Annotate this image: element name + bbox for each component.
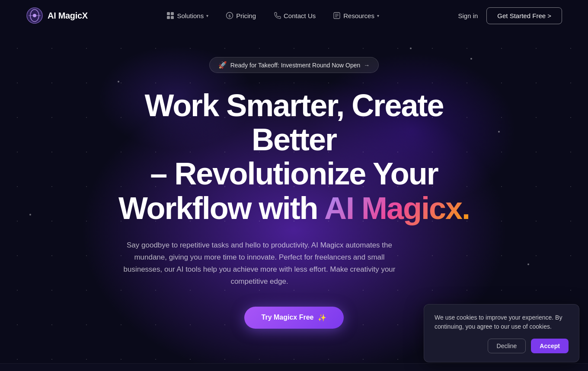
signin-link[interactable]: Sign in bbox=[458, 12, 478, 19]
svg-text:$: $ bbox=[229, 14, 231, 18]
nav-item-resources[interactable]: Resources ▾ bbox=[325, 8, 387, 23]
sparkle-icon: ✨ bbox=[318, 314, 326, 322]
hero-title-line3-plain: Workflow with bbox=[118, 191, 324, 225]
logo-text: AI MagicX bbox=[48, 11, 88, 21]
resources-icon bbox=[333, 12, 341, 19]
hero-content: 🚀 Ready for Takeoff: Investment Round No… bbox=[117, 57, 471, 329]
logo[interactable]: AI MagicX bbox=[26, 7, 88, 24]
logo-icon bbox=[26, 7, 43, 24]
announcement-banner[interactable]: 🚀 Ready for Takeoff: Investment Round No… bbox=[209, 57, 379, 73]
decorative-dot bbox=[29, 214, 31, 216]
try-btn-label: Try Magicx Free bbox=[262, 314, 314, 321]
nav-links: Solutions ▾ $ Pricing Contact Us Resour bbox=[159, 8, 387, 23]
hero-title: Work Smarter, Create Better – Revolution… bbox=[117, 89, 471, 225]
solutions-icon bbox=[166, 12, 174, 19]
svg-rect-5 bbox=[171, 12, 174, 15]
decline-button[interactable]: Decline bbox=[488, 339, 526, 353]
nav-item-solutions[interactable]: Solutions ▾ bbox=[159, 8, 216, 23]
nav-item-contact[interactable]: Contact Us bbox=[265, 8, 323, 23]
decorative-dot bbox=[498, 131, 500, 133]
svg-rect-7 bbox=[171, 16, 174, 19]
accept-button[interactable]: Accept bbox=[531, 339, 569, 353]
announcement-text: Ready for Takeoff: Investment Round Now … bbox=[230, 62, 361, 69]
cookie-message: We use cookies to improve your experienc… bbox=[435, 313, 569, 332]
hero-subtitle: Say goodbye to repetitive tasks and hell… bbox=[117, 239, 402, 288]
hero-title-gradient: AI Magicx. bbox=[324, 191, 470, 225]
decorative-dot bbox=[410, 48, 412, 49]
rocket-icon: 🚀 bbox=[218, 61, 227, 69]
try-magicx-button[interactable]: Try Magicx Free ✨ bbox=[244, 307, 344, 329]
contact-icon bbox=[273, 12, 281, 19]
get-started-button[interactable]: Get Started Free > bbox=[486, 7, 562, 24]
hero-title-line2: – Revolutionize Your bbox=[150, 156, 438, 191]
solutions-label: Solutions bbox=[177, 12, 204, 19]
nav-item-pricing[interactable]: $ Pricing bbox=[218, 8, 264, 23]
cookie-banner: We use cookies to improve your experienc… bbox=[424, 304, 579, 362]
resources-chevron: ▾ bbox=[377, 13, 379, 18]
logos-strip: Quora HubSpot amazon facebook tinder air… bbox=[0, 363, 588, 371]
decorative-dot bbox=[527, 263, 529, 265]
cookie-actions: Decline Accept bbox=[435, 339, 569, 353]
solutions-chevron: ▾ bbox=[206, 13, 208, 18]
announcement-arrow: → bbox=[364, 62, 370, 69]
pricing-icon: $ bbox=[226, 12, 233, 19]
resources-label: Resources bbox=[343, 12, 374, 19]
navbar: AI MagicX Solutions ▾ $ Pricing Contac bbox=[0, 0, 588, 31]
pricing-label: Pricing bbox=[236, 12, 256, 19]
svg-rect-4 bbox=[167, 12, 170, 15]
svg-rect-6 bbox=[167, 16, 170, 19]
nav-actions: Sign in Get Started Free > bbox=[458, 7, 562, 24]
hero-title-line1: Work Smarter, Create Better bbox=[144, 88, 443, 157]
contact-label: Contact Us bbox=[284, 12, 316, 19]
